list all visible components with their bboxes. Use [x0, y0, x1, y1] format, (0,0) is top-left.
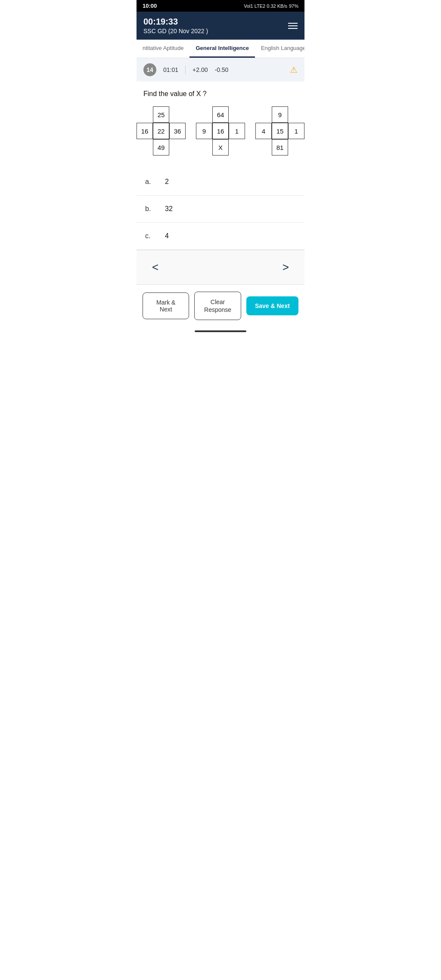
mark-next-button[interactable]: Mark & Next	[143, 292, 189, 319]
meta-separator	[185, 65, 186, 74]
question-number: 14	[143, 63, 156, 76]
save-next-button[interactable]: Save & Next	[246, 296, 298, 315]
bottom-indicator	[137, 327, 304, 337]
tab-english[interactable]: English Language	[255, 40, 304, 58]
option-a-label: a.	[145, 178, 158, 186]
bottom-buttons: Mark & Next ClearResponse Save & Next	[137, 285, 304, 327]
status-right: Vol1 LTE2 0.32 KB/s 97%	[244, 3, 298, 9]
m1-bottom: 49	[153, 139, 169, 156]
status-bar: 10:00 Vol1 LTE2 0.32 KB/s 97%	[137, 0, 304, 12]
question-meta: 14 01:01 +2.00 -0.50 ⚠	[137, 58, 304, 81]
m2-bottom: X	[212, 139, 229, 156]
timer-display: 00:19:33	[143, 17, 208, 27]
m2-bottomleft	[196, 139, 212, 156]
tab-bar: ntitative Aptitude General Intelligence …	[137, 40, 304, 58]
m3-topright	[288, 106, 304, 123]
m3-bottomright	[288, 139, 304, 156]
next-button[interactable]: >	[277, 258, 294, 277]
m2-left: 9	[196, 123, 212, 139]
warning-icon: ⚠	[290, 65, 298, 75]
option-b[interactable]: b. 32	[137, 196, 304, 223]
m2-right: 1	[229, 123, 245, 139]
matrix-3: 9 4 15 1 81	[255, 106, 304, 156]
m1-center: 22	[153, 123, 169, 139]
question-timer: 01:01	[163, 66, 178, 73]
question-body: Find the value of X ? 25 16 22 36 49 64 …	[137, 81, 304, 168]
m2-bottomright	[229, 139, 245, 156]
m3-left: 4	[255, 123, 272, 139]
header-left: 00:19:33 SSC GD (20 Nov 2022 )	[143, 17, 208, 34]
hamburger-line-3	[288, 28, 298, 29]
m1-left: 16	[137, 123, 153, 139]
m2-topright	[229, 106, 245, 123]
hamburger-menu[interactable]	[288, 23, 298, 29]
m1-bottomright	[169, 139, 186, 156]
m1-bottomleft	[137, 139, 153, 156]
m3-top: 9	[272, 106, 288, 123]
navigation-bar: < >	[137, 250, 304, 285]
option-b-label: b.	[145, 205, 158, 213]
m3-center: 15	[272, 123, 288, 139]
option-a[interactable]: a. 2	[137, 168, 304, 196]
m1-right: 36	[169, 123, 186, 139]
options-section: a. 2 b. 32 c. 4	[137, 168, 304, 250]
prev-button[interactable]: <	[147, 258, 164, 277]
exam-title: SSC GD (20 Nov 2022 )	[143, 28, 208, 34]
option-c-label: c.	[145, 232, 158, 240]
hamburger-line-1	[288, 23, 298, 24]
question-text: Find the value of X ?	[143, 90, 298, 98]
tab-general-intelligence[interactable]: General Intelligence	[189, 40, 255, 58]
m1-topleft	[137, 106, 153, 123]
matrix-1: 25 16 22 36 49	[137, 106, 186, 156]
header: 00:19:33 SSC GD (20 Nov 2022 )	[137, 12, 304, 40]
m2-top: 64	[212, 106, 229, 123]
puzzle-container: 25 16 22 36 49 64 9 16 1 X 9 4 15	[143, 106, 298, 156]
hamburger-line-2	[288, 25, 298, 26]
battery-info: 97%	[289, 3, 298, 9]
m1-topright	[169, 106, 186, 123]
m3-bottom: 81	[272, 139, 288, 156]
network-info: Vol1 LTE2 0.32 KB/s	[244, 3, 287, 9]
m2-center: 16	[212, 123, 229, 139]
status-time: 10:00	[143, 3, 157, 9]
tab-quantitative[interactable]: ntitative Aptitude	[137, 40, 189, 58]
question-negative: -0.50	[214, 66, 228, 73]
option-c[interactable]: c. 4	[137, 223, 304, 250]
m3-topleft	[255, 106, 272, 123]
matrix-2: 64 9 16 1 X	[196, 106, 245, 156]
m1-top: 25	[153, 106, 169, 123]
indicator-bar	[195, 330, 246, 332]
option-c-value: 4	[165, 232, 169, 240]
option-b-value: 32	[165, 205, 173, 213]
clear-response-button[interactable]: ClearResponse	[194, 292, 241, 320]
question-marks: +2.00	[193, 66, 208, 73]
m3-right: 1	[288, 123, 304, 139]
m2-topleft	[196, 106, 212, 123]
m3-bottomleft	[255, 139, 272, 156]
option-a-value: 2	[165, 178, 169, 186]
